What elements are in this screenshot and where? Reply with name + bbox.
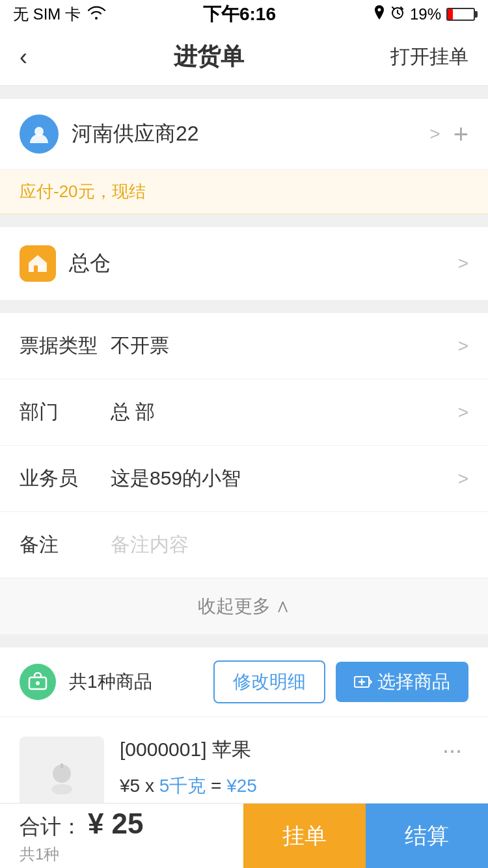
product-name: [0000001] 苹果 bbox=[120, 737, 436, 763]
battery-icon bbox=[446, 8, 475, 21]
divider-3 bbox=[0, 300, 488, 313]
edit-detail-button[interactable]: 修改明细 bbox=[213, 660, 325, 703]
department-row[interactable]: 部门 总 部 > bbox=[0, 379, 488, 446]
collapse-bar[interactable]: 收起更多 ∧ bbox=[0, 578, 488, 634]
status-left: 无 SIM 卡 bbox=[13, 4, 105, 25]
open-hang-button[interactable]: 打开挂单 bbox=[390, 44, 468, 70]
battery-percentage: 19% bbox=[410, 5, 441, 23]
invoice-type-label: 票据类型 bbox=[20, 332, 111, 359]
supplier-info-banner: 应付-20元，现结 bbox=[0, 170, 488, 214]
add-supplier-button[interactable]: + bbox=[454, 120, 468, 149]
page-title: 进货单 bbox=[174, 41, 244, 73]
hang-button[interactable]: 挂单 bbox=[243, 804, 366, 868]
product-code: [0000001] bbox=[120, 739, 206, 760]
invoice-type-value: 不开票 bbox=[111, 332, 458, 359]
salesman-row[interactable]: 业务员 这是859的小智 > bbox=[0, 446, 488, 512]
product-count-icon bbox=[20, 664, 56, 700]
form-section: 票据类型 不开票 > 部门 总 部 > 业务员 这是859的小智 > 备注 备注… bbox=[0, 313, 488, 578]
supplier-avatar bbox=[20, 115, 59, 154]
svg-rect-9 bbox=[61, 763, 63, 768]
remark-placeholder: 备注内容 bbox=[111, 532, 468, 558]
select-product-button[interactable]: 选择商品 bbox=[336, 662, 468, 702]
product-info: [0000001] 苹果 ¥5 x 5千克 = ¥25 bbox=[120, 737, 436, 798]
product-count-text: 共1种商品 bbox=[69, 670, 213, 694]
price-multiply: x bbox=[145, 776, 159, 796]
warehouse-section: 总仓 > bbox=[0, 227, 488, 300]
status-time: 下午6:16 bbox=[203, 2, 276, 27]
product-header: 共1种商品 修改明细 选择商品 bbox=[0, 647, 488, 717]
warehouse-icon bbox=[20, 245, 56, 282]
salesman-label: 业务员 bbox=[20, 465, 111, 492]
footer: 合计： ¥ 25 共1种 挂单 结算 bbox=[0, 803, 488, 868]
salesman-chevron-icon: > bbox=[458, 468, 468, 489]
warehouse-row[interactable]: 总仓 > bbox=[0, 227, 488, 300]
divider-4 bbox=[0, 634, 488, 647]
footer-total-sub: 共1种 bbox=[20, 844, 224, 865]
remark-label: 备注 bbox=[20, 532, 111, 558]
wifi-icon bbox=[87, 5, 105, 23]
product-title: 苹果 bbox=[212, 739, 251, 760]
total-label: 合计： bbox=[20, 815, 82, 838]
price-unit: ¥5 bbox=[120, 776, 140, 796]
price-equals: = bbox=[211, 776, 226, 796]
salesman-value: 这是859的小智 bbox=[111, 465, 458, 492]
footer-total-main: 合计： ¥ 25 bbox=[20, 807, 224, 841]
checkout-button[interactable]: 结算 bbox=[366, 804, 488, 868]
supplier-chevron-icon: > bbox=[429, 124, 440, 144]
status-bar: 无 SIM 卡 下午6:16 bbox=[0, 0, 488, 29]
back-button[interactable]: ‹ bbox=[20, 44, 27, 71]
remark-row[interactable]: 备注 备注内容 bbox=[0, 512, 488, 578]
invoice-type-chevron-icon: > bbox=[458, 336, 468, 357]
svg-rect-2 bbox=[34, 265, 38, 272]
divider-1 bbox=[0, 86, 488, 99]
nav-bar: ‹ 进货单 打开挂单 bbox=[0, 29, 488, 86]
invoice-type-row[interactable]: 票据类型 不开票 > bbox=[0, 313, 488, 379]
footer-total: 合计： ¥ 25 共1种 bbox=[0, 807, 243, 865]
department-chevron-icon: > bbox=[458, 402, 468, 423]
supplier-row[interactable]: 河南供应商22 > + bbox=[0, 99, 488, 170]
location-icon bbox=[373, 5, 385, 23]
quantity-value: 5千克 bbox=[159, 776, 206, 796]
status-right: 19% bbox=[373, 5, 475, 23]
supplier-name: 河南供应商22 bbox=[72, 120, 429, 148]
product-price: ¥5 x 5千克 = ¥25 bbox=[120, 774, 436, 798]
select-product-label: 选择商品 bbox=[377, 670, 450, 694]
svg-point-5 bbox=[36, 681, 40, 685]
department-value: 总 部 bbox=[111, 399, 458, 426]
supplier-section: 河南供应商22 > + 应付-20元，现结 bbox=[0, 99, 488, 214]
price-total: ¥25 bbox=[226, 776, 257, 796]
warehouse-chevron-icon: > bbox=[458, 253, 468, 274]
divider-2 bbox=[0, 214, 488, 227]
svg-point-8 bbox=[51, 784, 72, 794]
product-more-button[interactable]: ··· bbox=[436, 737, 468, 764]
carrier-label: 无 SIM 卡 bbox=[13, 4, 81, 25]
department-label: 部门 bbox=[20, 399, 111, 426]
warehouse-name: 总仓 bbox=[69, 249, 458, 278]
svg-rect-3 bbox=[38, 265, 44, 269]
alarm-icon bbox=[390, 5, 405, 23]
total-amount: ¥ 25 bbox=[88, 807, 144, 839]
